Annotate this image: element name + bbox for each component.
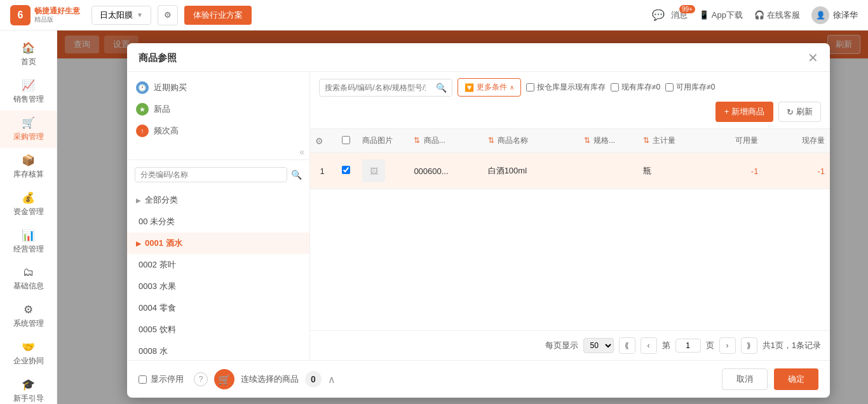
collapse-footer-icon[interactable]: ∧ <box>328 374 336 386</box>
new-icon: ★ <box>136 103 149 116</box>
row-avail: -1 <box>697 153 764 189</box>
product-image: 🖼 <box>362 159 385 182</box>
quick-item-new[interactable]: ★ 新品 <box>127 98 309 120</box>
system-icon: ⚙ <box>24 303 33 316</box>
category-list: ▶ 全部分类 00 未分类 ▶ 0001 酒水 0002 茶叶 <box>127 187 309 360</box>
logo: 6 畅捷通好生意 精品版 <box>10 5 80 25</box>
store-selector[interactable]: 日太阳膜 ▼ <box>92 6 151 25</box>
col-code-header[interactable]: ⇅ 商品... <box>409 129 482 153</box>
sort-icon: ⇅ <box>414 136 420 145</box>
chevron-down-icon: ▼ <box>137 11 143 18</box>
quick-item-recent[interactable]: 🕐 近期购买 <box>127 77 309 98</box>
purchase-icon: 🛒 <box>22 116 35 130</box>
page-input[interactable] <box>675 339 701 353</box>
refresh-icon: ↻ <box>787 107 794 117</box>
sidebar-item-purchase[interactable]: 🛒 采购管理 <box>0 111 57 148</box>
confirm-button[interactable]: 确定 <box>774 368 818 390</box>
settings-col-icon: ⚙ <box>315 136 323 146</box>
app-download-item[interactable]: 📱 App下载 <box>699 10 743 21</box>
filter-chevron: ∧ <box>510 84 514 91</box>
row-code: 000600... <box>409 153 482 189</box>
help-icon[interactable]: ? <box>194 372 208 386</box>
cat-tea[interactable]: 0002 茶叶 <box>127 254 309 276</box>
sidebar-item-sales[interactable]: 📈 销售管理 <box>0 73 57 111</box>
service-item[interactable]: 🎧 在线客服 <box>754 10 800 21</box>
cat-liquor[interactable]: ▶ 0001 酒水 <box>127 232 309 254</box>
collapse-icon[interactable]: « <box>299 147 304 157</box>
cat-drink[interactable]: 0005 饮料 <box>127 319 309 340</box>
sidebar-item-home[interactable]: 🏠 首页 <box>0 36 57 73</box>
modal-close-button[interactable]: ✕ <box>808 51 818 64</box>
message-icon-item[interactable]: 💬 99+ 消息 <box>652 9 688 21</box>
product-table-container: ⚙ 商品图片 ⇅ <box>310 129 830 330</box>
modal-toolbar: 🔍 🔽 更多条件 ∧ 按仓库显示现有库存 <box>310 72 830 129</box>
check-stock-nonzero[interactable]: 现有库存≠0 <box>611 82 660 93</box>
col-stock-header: 现存量 <box>763 129 830 153</box>
col-avail-header: 可用量 <box>697 129 764 153</box>
col-checkbox-header[interactable] <box>334 129 357 153</box>
sidebar-item-finance[interactable]: 💰 资金管理 <box>0 185 57 223</box>
col-unit-header[interactable]: ⇅ 主计量 <box>638 129 697 153</box>
col-name-header[interactable]: ⇅ 商品名称 <box>483 129 579 153</box>
category-search-box: 🔍 <box>127 163 309 187</box>
selected-label: 连续选择的商品 <box>241 374 299 385</box>
cat-fruit[interactable]: 0003 水果 <box>127 276 309 297</box>
product-search-input[interactable] <box>320 80 431 95</box>
row-num: 1 <box>310 153 334 189</box>
table-row[interactable]: 1 🖼 000600... <box>310 153 830 189</box>
page-first-button[interactable]: ⟪ <box>619 337 635 354</box>
pagination: 每页显示 50 ⟪ ‹ 第 页 › ⟫ 共1页，1条记录 <box>310 330 830 360</box>
row-unit: 瓶 <box>638 153 697 189</box>
sidebar-item-basic-info[interactable]: 🗂 基础信息 <box>0 260 57 297</box>
quick-item-frequent[interactable]: ↑ 频次高 <box>127 120 309 142</box>
page-size-select[interactable]: 50 <box>583 338 614 353</box>
sidebar-item-collab[interactable]: 🤝 企业协同 <box>0 335 57 372</box>
page-last-button[interactable]: ⟫ <box>741 337 757 354</box>
col-settings[interactable]: ⚙ <box>310 129 334 153</box>
sidebar-item-inventory[interactable]: 📦 库存核算 <box>0 148 57 185</box>
col-spec-header[interactable]: ⇅ 规格... <box>579 129 638 153</box>
sort-icon2: ⇅ <box>488 136 494 145</box>
sidebar-item-system[interactable]: ⚙ 系统管理 <box>0 297 57 335</box>
refresh-button[interactable]: ↻ 刷新 <box>778 102 821 122</box>
cat-all[interactable]: ▶ 全部分类 <box>127 189 309 211</box>
add-product-button[interactable]: + 新增商品 <box>715 102 773 122</box>
cat-uncategorized[interactable]: 00 未分类 <box>127 211 309 232</box>
logo-text: 畅捷通好生意 精品版 <box>34 6 80 23</box>
gear-icon[interactable]: ⚙ <box>158 5 178 25</box>
check-stock-by-warehouse[interactable]: 按仓库显示现有库存 <box>526 82 606 93</box>
cat-water[interactable]: 0008 水 <box>127 340 309 360</box>
row-stock: -1 <box>763 153 830 189</box>
finance-icon: 💰 <box>22 191 35 205</box>
phone-icon: 📱 <box>699 10 709 20</box>
sales-icon: 📈 <box>22 79 35 92</box>
sort-icon4: ⇅ <box>643 136 649 145</box>
row-checkbox[interactable] <box>334 153 357 189</box>
modal-footer: 显示停用 ? 🛒 连续选择的商品 0 ∧ 取消 确定 <box>127 360 830 398</box>
cat-snack[interactable]: 0004 零食 <box>127 297 309 319</box>
filter-icon: 🔽 <box>465 83 474 92</box>
cancel-button[interactable]: 取消 <box>722 368 768 390</box>
modal-body: 🕐 近期购买 ★ 新品 ↑ 频次高 <box>127 72 830 360</box>
page-prev-button[interactable]: ‹ <box>641 337 657 354</box>
content-area: 查询 设置 刷新 商品参照 ✕ <box>57 30 868 404</box>
user-item[interactable]: 👤 徐泽华 <box>811 6 858 24</box>
show-disabled-check[interactable]: 显示停用 <box>139 374 184 385</box>
product-reference-modal: 商品参照 ✕ 🕐 近期购买 ★ <box>127 43 830 398</box>
product-search-box: 🔍 <box>319 79 452 97</box>
check-avail-nonzero[interactable]: 可用库存≠0 <box>665 82 715 93</box>
product-search-button[interactable]: 🔍 <box>431 79 452 96</box>
topbar-right: 💬 99+ 消息 📱 App下载 🎧 在线客服 👤 徐泽华 <box>652 6 858 24</box>
modal-right-panel: 🔍 🔽 更多条件 ∧ 按仓库显示现有库存 <box>310 72 830 360</box>
more-filter-button[interactable]: 🔽 更多条件 ∧ <box>458 78 521 97</box>
sidebar-item-guide[interactable]: 🎓 新手引导 <box>0 372 57 404</box>
sidebar-item-operations[interactable]: 📊 经营管理 <box>0 223 57 260</box>
topbar: 6 畅捷通好生意 精品版 日太阳膜 ▼ ⚙ 体验行业方案 💬 99+ 消息 📱 … <box>0 0 868 30</box>
category-search-icon[interactable]: 🔍 <box>291 170 302 180</box>
selected-count-badge: 0 <box>305 371 322 387</box>
row-spec <box>579 153 638 189</box>
page-next-button[interactable]: › <box>719 337 736 354</box>
trial-button[interactable]: 体验行业方案 <box>184 6 252 25</box>
category-search-input[interactable] <box>135 167 287 182</box>
sort-icon3: ⇅ <box>584 136 590 145</box>
